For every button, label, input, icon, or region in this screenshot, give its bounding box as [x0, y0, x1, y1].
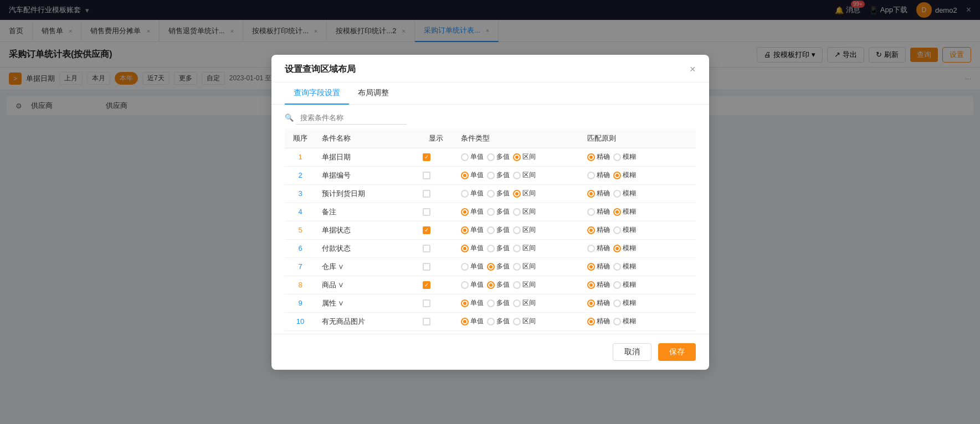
save-button[interactable]: 保存 — [658, 343, 696, 361]
col-header-name: 条件名称 — [316, 129, 418, 148]
display-checkbox[interactable] — [423, 263, 430, 271]
type-radio-单值[interactable]: 单值 — [461, 207, 484, 216]
dialog-tab-layout[interactable]: 布局调整 — [349, 82, 398, 105]
row-display-checkbox[interactable] — [417, 148, 455, 166]
type-radio-区间[interactable]: 区间 — [513, 298, 536, 308]
row-type-radio-group: 单值多值区间 — [455, 166, 582, 184]
type-radio-单值[interactable]: 单值 — [461, 280, 484, 289]
type-radio-单值[interactable]: 单值 — [461, 298, 484, 308]
type-radio-单值[interactable]: 单值 — [461, 189, 484, 198]
type-radio-多值[interactable]: 多值 — [487, 244, 510, 253]
row-condition-name: 来日货期日期 — [316, 330, 418, 334]
display-checkbox[interactable] — [423, 226, 430, 234]
dialog-tab-query-fields[interactable]: 查询字段设置 — [285, 82, 349, 105]
type-radio-多值[interactable]: 多值 — [487, 189, 510, 198]
radio-circle — [461, 208, 469, 216]
radio-circle — [513, 281, 521, 289]
radio-circle — [513, 153, 521, 161]
match-radio-模糊[interactable]: 模糊 — [613, 207, 636, 216]
match-radio-模糊[interactable]: 模糊 — [613, 244, 636, 253]
match-radio-精确[interactable]: 精确 — [587, 262, 610, 271]
match-radio-精确[interactable]: 精确 — [587, 207, 610, 216]
row-display-checkbox[interactable] — [417, 184, 455, 203]
type-radio-区间[interactable]: 区间 — [513, 244, 536, 253]
match-radio-精确[interactable]: 精确 — [587, 189, 610, 198]
match-radio-精确[interactable]: 精确 — [587, 280, 610, 289]
radio-circle — [587, 153, 595, 161]
type-radio-区间[interactable]: 区间 — [513, 207, 536, 216]
match-radio-精确[interactable]: 精确 — [587, 244, 610, 253]
type-radio-区间[interactable]: 区间 — [513, 152, 536, 162]
row-display-checkbox[interactable] — [417, 166, 455, 184]
row-display-checkbox[interactable] — [417, 221, 455, 239]
display-checkbox[interactable] — [423, 190, 430, 198]
match-radio-模糊[interactable]: 模糊 — [613, 280, 636, 289]
match-radio-精确[interactable]: 精确 — [587, 170, 610, 180]
display-checkbox[interactable] — [423, 299, 430, 307]
row-display-checkbox[interactable] — [417, 330, 455, 334]
row-display-checkbox[interactable] — [417, 257, 455, 276]
type-radio-单值[interactable]: 单值 — [461, 152, 484, 162]
type-radio-区间[interactable]: 区间 — [513, 225, 536, 235]
radio-circle — [461, 153, 469, 161]
display-checkbox[interactable] — [423, 172, 430, 179]
radio-circle — [461, 226, 469, 234]
row-display-checkbox[interactable] — [417, 276, 455, 294]
search-input[interactable] — [296, 111, 407, 125]
match-radio-模糊[interactable]: 模糊 — [613, 189, 636, 198]
match-radio-模糊[interactable]: 模糊 — [613, 262, 636, 271]
type-radio-单值[interactable]: 单值 — [461, 244, 484, 253]
type-radio-区间[interactable]: 区间 — [513, 170, 536, 180]
match-radio-精确[interactable]: 精确 — [587, 152, 610, 162]
type-radio-多值[interactable]: 多值 — [487, 207, 510, 216]
cancel-button[interactable]: 取消 — [613, 343, 651, 361]
type-radio-区间[interactable]: 区间 — [513, 317, 536, 326]
match-radio-模糊[interactable]: 模糊 — [613, 317, 636, 326]
match-radio-精确[interactable]: 精确 — [587, 298, 610, 308]
type-radio-多值[interactable]: 多值 — [487, 298, 510, 308]
type-radio-区间[interactable]: 区间 — [513, 280, 536, 289]
type-radio-区间[interactable]: 区间 — [513, 189, 536, 198]
display-checkbox[interactable] — [423, 153, 430, 161]
type-radio-多值[interactable]: 多值 — [487, 317, 510, 326]
row-match-radio-group: 精确模糊 — [582, 184, 696, 203]
match-radio-模糊[interactable]: 模糊 — [613, 298, 636, 308]
row-type-radio-group: 单值多值区间 — [455, 184, 582, 203]
dialog-close-btn[interactable]: × — [690, 64, 696, 82]
type-radio-区间[interactable]: 区间 — [513, 262, 536, 271]
radio-circle — [587, 245, 595, 252]
match-radio-模糊[interactable]: 模糊 — [613, 170, 636, 180]
type-radio-多值[interactable]: 多值 — [487, 280, 510, 289]
type-radio-多值[interactable]: 多值 — [487, 262, 510, 271]
type-radio-单值[interactable]: 单值 — [461, 317, 484, 326]
dialog-title: 设置查询区域布局 — [285, 64, 356, 82]
radio-circle — [613, 299, 621, 307]
type-radio-单值[interactable]: 单值 — [461, 225, 484, 235]
table-row: 3预计到货日期单值多值区间精确模糊 — [285, 184, 696, 203]
display-checkbox[interactable] — [423, 281, 430, 289]
display-checkbox[interactable] — [423, 208, 430, 216]
row-condition-name: 单据日期 — [316, 148, 418, 166]
dialog-search-area: 🔍 — [271, 105, 709, 129]
match-radio-精确[interactable]: 精确 — [587, 317, 610, 326]
row-match-radio-group: 精确模糊 — [582, 203, 696, 221]
match-radio-模糊[interactable]: 模糊 — [613, 152, 636, 162]
row-order: 6 — [285, 239, 316, 257]
row-display-checkbox[interactable] — [417, 312, 455, 330]
row-display-checkbox[interactable] — [417, 294, 455, 312]
display-checkbox[interactable] — [423, 245, 430, 252]
match-radio-模糊[interactable]: 模糊 — [613, 225, 636, 235]
row-display-checkbox[interactable] — [417, 203, 455, 221]
type-radio-单值[interactable]: 单值 — [461, 170, 484, 180]
match-radio-精确[interactable]: 精确 — [587, 225, 610, 235]
type-radio-多值[interactable]: 多值 — [487, 170, 510, 180]
row-match-radio-group: 精确模糊 — [582, 239, 696, 257]
type-radio-单值[interactable]: 单值 — [461, 262, 484, 271]
row-condition-name: 商品 ∨ — [316, 276, 418, 294]
display-checkbox[interactable] — [423, 318, 430, 325]
row-order: 7 — [285, 257, 316, 276]
radio-circle — [587, 226, 595, 234]
type-radio-多值[interactable]: 多值 — [487, 152, 510, 162]
type-radio-多值[interactable]: 多值 — [487, 225, 510, 235]
row-display-checkbox[interactable] — [417, 239, 455, 257]
